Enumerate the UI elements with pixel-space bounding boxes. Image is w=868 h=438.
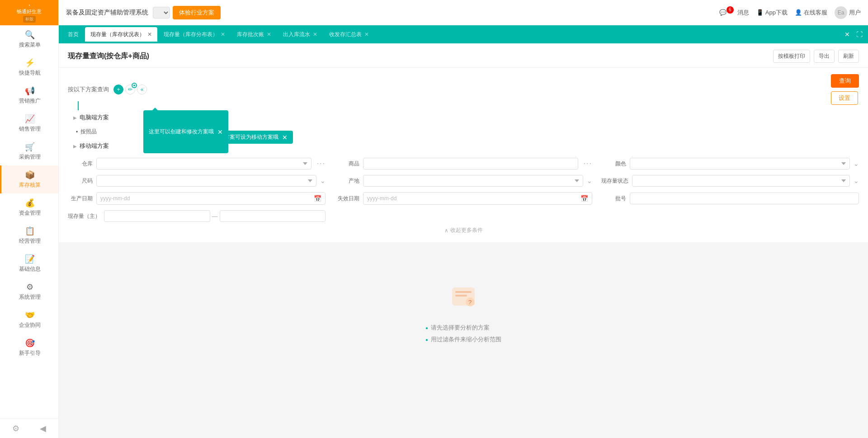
sidebar-item-sales[interactable]: 📈 销售管理 — [0, 109, 58, 137]
sidebar-item-label: 营销推广 — [19, 97, 41, 105]
settings-icon[interactable]: ⚙ — [12, 424, 19, 433]
expire-date-input[interactable]: yyyy-mm-dd 📅 — [363, 192, 592, 205]
system-icon: ⚙ — [26, 282, 33, 292]
sidebar-bottom: ⚙ ◀ — [0, 419, 58, 438]
qty-min-input[interactable] — [104, 210, 210, 222]
batch-label: 批号 — [601, 195, 626, 203]
connector-line — [78, 101, 79, 110]
logo-text: 畅通好生意 — [17, 8, 42, 15]
tooltip-top-close[interactable]: ✕ — [282, 134, 288, 141]
sidebar-item-label: 资金管理 — [19, 209, 41, 217]
system-name: 装备及固定资产辅助管理系统 — [66, 9, 148, 17]
reset-btn[interactable]: 设置 — [831, 91, 858, 105]
sidebar-item-management[interactable]: 📋 经营管理 — [0, 221, 58, 250]
tab-close-icon[interactable]: ✕ — [313, 31, 317, 38]
scheme-item-pc[interactable]: ▶ 电脑端方案 — [68, 110, 138, 125]
sidebar-item-guide[interactable]: 🎯 新手引导 — [0, 334, 58, 362]
online-service-item[interactable]: 👤 在线客服 — [795, 9, 827, 17]
user-item[interactable]: Ea 用户 — [835, 6, 861, 19]
tab-summary[interactable]: 收发存汇总表 ✕ — [324, 27, 374, 42]
filter-row-warehouse: 仓库 ··· — [68, 158, 326, 170]
sidebar-item-search[interactable]: 🔍 搜索菜单 — [0, 25, 58, 53]
scheme-sub-item-label[interactable]: • 按照品 — [76, 125, 138, 139]
tab-close-icon[interactable]: ✕ — [364, 31, 369, 38]
tab-inventory-status[interactable]: 现存量（库存状况表） ✕ — [85, 27, 157, 42]
collapse-icon[interactable]: ◀ — [40, 424, 46, 433]
tab-home[interactable]: 首页 — [62, 27, 84, 42]
sidebar-item-finance[interactable]: 💰 资金管理 — [0, 193, 58, 221]
phone-icon: 📱 — [756, 9, 764, 16]
sidebar-item-basic[interactable]: 📝 基础信息 — [0, 250, 58, 278]
qty-range: — — [104, 210, 326, 222]
template-print-btn[interactable]: 按模板打印 — [773, 50, 810, 63]
svg-rect-4 — [455, 295, 467, 297]
tab-label: 收发存汇总表 — [329, 31, 362, 38]
sidebar-item-inventory[interactable]: 📦 库存核算 — [0, 165, 58, 193]
sidebar-item-label: 搜索菜单 — [19, 41, 41, 49]
industry-btn[interactable]: 体验行业方案 — [173, 6, 221, 19]
tab-batch[interactable]: 库存批次账 ✕ — [231, 27, 277, 42]
sidebar-item-label: 系统管理 — [19, 293, 41, 301]
collapse-row[interactable]: ∧ 收起更多条件 — [68, 222, 859, 236]
tooltip-scheme-close[interactable]: ✕ — [217, 128, 223, 136]
export-btn[interactable]: 导出 — [814, 50, 835, 63]
scheme-list: ▶ 电脑端方案 • 按照品 ▶ 移动端方案 — [68, 110, 138, 153]
warehouse-select[interactable] — [96, 158, 311, 170]
edit-scheme-btn[interactable]: ✏ — [125, 85, 135, 94]
tooltip-scheme: 这里可以创建和修改方案哦 ✕ — [143, 110, 228, 153]
prev-btn[interactable]: « — [137, 85, 147, 94]
sidebar-item-collab[interactable]: 🤝 企业协同 — [0, 306, 58, 334]
tab-close-icon[interactable]: ✕ — [267, 31, 271, 38]
scheme-item-mobile[interactable]: ▶ 移动端方案 — [68, 139, 138, 153]
tabs-right: ✕ ⛶ — [843, 29, 864, 40]
tab-flow[interactable]: 出入库流水 ✕ — [278, 27, 323, 42]
expire-date-label: 失效日期 — [335, 195, 359, 203]
tab-close-all-icon[interactable]: ✕ — [843, 29, 852, 40]
message-item[interactable]: 💬 6 消息 — [719, 9, 749, 17]
status-chevron[interactable]: ⌄ — [854, 177, 859, 184]
basic-icon: 📝 — [25, 254, 35, 264]
batch-input[interactable] — [630, 193, 859, 204]
add-scheme-btn[interactable]: + — [113, 85, 123, 94]
color-select[interactable] — [630, 158, 850, 170]
goods-dots[interactable]: ··· — [584, 160, 592, 168]
sidebar-item-label: 库存核算 — [19, 181, 41, 189]
app-download-item[interactable]: 📱 App下载 — [756, 9, 788, 17]
tab-close-icon[interactable]: ✕ — [147, 31, 152, 38]
empty-step2: 用过滤条件来缩小分析范围 — [425, 334, 501, 345]
sidebar-item-label: 采购管理 — [19, 153, 41, 161]
sidebar-item-nav[interactable]: ⚡ 快捷导航 — [0, 53, 58, 81]
tab-inventory-dist[interactable]: 现存量（库存分布表） ✕ — [158, 27, 231, 42]
color-chevron[interactable]: ⌄ — [854, 160, 859, 167]
tab-home-label: 首页 — [68, 31, 79, 38]
filter-row-goods: 商品 ··· — [335, 158, 592, 170]
goods-input[interactable] — [363, 158, 578, 170]
tab-label: 现存量（库存分布表） — [164, 31, 218, 38]
filter-row-qty: 现存量（主） — — [68, 210, 326, 222]
prod-date-input[interactable]: yyyy-mm-dd 📅 — [96, 192, 326, 205]
sidebar-item-system[interactable]: ⚙ 系统管理 — [0, 278, 58, 306]
management-icon: 📋 — [25, 226, 35, 236]
warehouse-label: 仓库 — [68, 160, 93, 168]
sidebar-logo: 6 畅通好生意 标版 — [0, 0, 58, 25]
tab-maximize-icon[interactable]: ⛶ — [854, 29, 864, 40]
size-select[interactable] — [96, 175, 316, 187]
message-label: 消息 — [737, 9, 749, 17]
sidebar-item-label: 经营管理 — [19, 237, 41, 245]
sidebar-item-purchase[interactable]: 🛒 采购管理 — [0, 137, 58, 165]
size-chevron[interactable]: ⌄ — [320, 177, 326, 184]
scheme-area: ▶ 电脑端方案 • 按照品 ▶ 移动端方案 — [68, 110, 859, 153]
goods-label: 商品 — [335, 160, 359, 168]
tab-close-icon[interactable]: ✕ — [221, 31, 225, 38]
origin-chevron[interactable]: ⌄ — [587, 177, 592, 184]
page-content: 现存量查询(按仓库+商品) 按模板打印 导出 刷新 按以下方案查询 + ✏ — [59, 43, 868, 438]
warehouse-dots[interactable]: ··· — [317, 160, 326, 168]
status-select[interactable] — [632, 175, 850, 187]
search-btn[interactable]: 查询 — [831, 74, 859, 88]
sidebar-item-marketing[interactable]: 📢 营销推广 — [0, 81, 58, 109]
origin-select[interactable] — [363, 175, 583, 187]
edit-icon: ✏ — [128, 86, 132, 93]
qty-max-input[interactable] — [220, 210, 326, 222]
refresh-btn[interactable]: 刷新 — [838, 50, 859, 63]
system-select[interactable] — [153, 7, 170, 19]
